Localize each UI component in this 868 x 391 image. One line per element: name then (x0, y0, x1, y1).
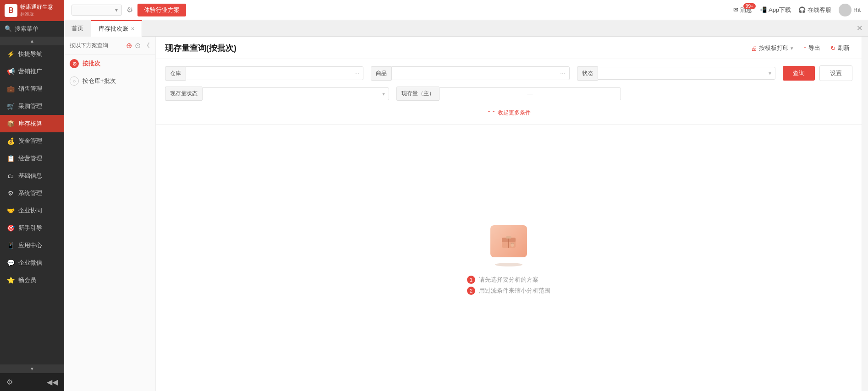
online-service-button[interactable]: 🎧 在线客服 (798, 6, 831, 14)
warehouse-filter-input[interactable]: ··· (186, 66, 363, 80)
sidebar-item-newbie[interactable]: 🎯 新手引导 (0, 219, 64, 237)
sidebar-item-label: 应用中心 (18, 241, 42, 250)
chevron-up-icon: ⌃⌃ (487, 110, 496, 116)
sidebar-item-inventory[interactable]: 📦 库存核算 (0, 115, 64, 132)
inventory-status-select[interactable]: ▾ (202, 87, 389, 100)
sidebar-item-member[interactable]: ⭐ 畅会员 (0, 272, 64, 289)
sidebar-item-marketing[interactable]: 📢 营销推广 (0, 63, 64, 80)
panel-header-actions: ⊕ ⊙ 《 (126, 41, 150, 50)
sidebar-scroll-up[interactable]: ▲ (0, 37, 64, 45)
goods-filter-label: 商品 (371, 66, 391, 81)
tab-close-icon[interactable]: × (131, 26, 134, 32)
status-filter-input[interactable]: ▾ (598, 67, 775, 80)
main-area: ▾ ⚙ 体验行业方案 ✉ 消息 99+ 📲 App下载 🎧 在线客服 Rit (64, 0, 868, 391)
filter-action-btns: 查询 设置 (783, 65, 852, 81)
home-tab-label: 首页 (71, 24, 83, 33)
box-svg (500, 232, 518, 250)
tip-text-2: 用过滤条件来缩小分析范围 (479, 287, 550, 295)
inventory-status-label: 现存量状态 (165, 87, 202, 101)
sidebar-item-purchase[interactable]: 🛒 采购管理 (0, 98, 64, 115)
scheme-warehouse-batch-icon: ○ (70, 76, 79, 86)
topbar-right: ✉ 消息 99+ 📲 App下载 🎧 在线客服 Rit (733, 4, 861, 16)
sidebar-item-sales[interactable]: 💼 销售管理 (0, 80, 64, 98)
print-button[interactable]: 🖨 按模板打印 ▾ (748, 42, 796, 54)
collapse-more-btn[interactable]: ⌃⌃ 收起更多条件 (165, 106, 852, 119)
status-dropdown-icon[interactable]: ▾ (769, 70, 771, 76)
sidebar-item-operations[interactable]: 📋 经营管理 (0, 150, 64, 167)
tab-inventory-batch[interactable]: 库存批次账 × (91, 20, 142, 37)
quick-nav-icon: ⚡ (6, 50, 15, 58)
marketing-icon: 📢 (6, 67, 15, 76)
refresh-icon: ↻ (830, 44, 836, 52)
tabs-end: ✕ (857, 24, 868, 33)
goods-more-icon[interactable]: ··· (560, 70, 566, 77)
filter-panel-header: 按以下方案查询 ⊕ ⊙ 《 (64, 37, 155, 55)
query-button[interactable]: 查询 (783, 66, 815, 81)
app-download-icon: 📲 (759, 6, 767, 13)
messages-button[interactable]: ✉ 消息 99+ (733, 6, 752, 14)
filter-status: 状态 ▾ (577, 66, 775, 81)
search-box[interactable]: ▾ (71, 5, 122, 16)
sidebar-item-system[interactable]: ⚙ 系统管理 (0, 185, 64, 202)
goods-filter-input[interactable]: ··· (391, 66, 569, 80)
filter-row-2: 现存量状态 ▾ 现存量（主） — (165, 87, 852, 101)
topbar: ▾ ⚙ 体验行业方案 ✉ 消息 99+ 📲 App下载 🎧 在线客服 Rit (64, 0, 868, 20)
scheme-item-batch[interactable]: ⊙ 按批次 (64, 55, 155, 72)
experience-button[interactable]: 体验行业方案 (137, 4, 186, 16)
topbar-settings-icon[interactable]: ⚙ (126, 5, 133, 14)
scheme-item-warehouse-batch[interactable]: ○ 按仓库+批次 (64, 72, 155, 90)
sidebar-item-basic[interactable]: 🗂 基础信息 (0, 167, 64, 185)
content-area: 按以下方案查询 ⊕ ⊙ 《 ⊙ 按批次 ○ 按仓库+批次 现存量查询(按批次) (64, 37, 868, 391)
sidebar-search[interactable]: 🔍 搜索菜单 (0, 21, 64, 37)
sidebar-item-label: 基础信息 (18, 172, 42, 180)
inventory-status-dropdown-icon[interactable]: ▾ (382, 91, 385, 97)
sidebar-header: B 畅康通好生意 标准版 (0, 0, 64, 21)
sidebar-item-label: 采购管理 (18, 102, 42, 110)
sidebar-item-label: 销售管理 (18, 85, 42, 93)
page-header: 现存量查询(按批次) 🖨 按模板打印 ▾ ↑ 导出 ↻ 刷新 (156, 37, 862, 59)
settings-button[interactable]: 设置 (819, 65, 852, 81)
sidebar-item-wechat[interactable]: 💬 企业微信 (0, 254, 64, 272)
panel-collapse-icon[interactable]: 《 (143, 42, 150, 50)
print-icon: 🖨 (751, 44, 757, 52)
filter-goods: 商品 ··· (371, 66, 569, 81)
sidebar-item-enterprise[interactable]: 🤝 企业协同 (0, 202, 64, 219)
sidebar-item-quick-nav[interactable]: ⚡ 快捷导航 (0, 45, 64, 63)
scheme-warehouse-batch-label: 按仓库+批次 (82, 77, 116, 85)
user-avatar-area[interactable]: Rit (839, 4, 861, 16)
export-button[interactable]: ↑ 导出 (801, 42, 823, 54)
sales-icon: 💼 (6, 85, 15, 93)
sidebar-item-appstore[interactable]: 📱 应用中心 (0, 237, 64, 254)
avatar (839, 4, 852, 16)
search-input[interactable] (76, 7, 112, 13)
filter-area: 仓库 ··· 商品 ··· 状态 (156, 59, 862, 125)
collapse-sidebar-icon[interactable]: ◀◀ (47, 378, 58, 386)
inventory-qty-range[interactable]: — (439, 87, 621, 100)
newbie-icon: 🎯 (6, 224, 15, 232)
tab-home[interactable]: 首页 (64, 20, 91, 37)
warehouse-more-icon[interactable]: ··· (354, 70, 360, 77)
sidebar-scroll-down[interactable]: ▼ (0, 364, 64, 373)
sidebar-search-label: 搜索菜单 (15, 25, 38, 33)
filter-inventory-status: 现存量状态 ▾ (165, 87, 389, 101)
sidebar-item-finance[interactable]: 💰 资金管理 (0, 132, 64, 150)
app-company: 畅康通好生意 (20, 4, 53, 11)
app-download-button[interactable]: 📲 App下载 (759, 6, 791, 14)
tip-text-1: 请先选择要分析的方案 (479, 276, 538, 284)
right-scrollbar[interactable] (862, 37, 868, 391)
print-dropdown-icon[interactable]: ▾ (791, 45, 793, 51)
sidebar-item-label: 营销推广 (18, 67, 42, 76)
add-scheme-icon[interactable]: ⊕ (126, 41, 132, 50)
empty-tip-2: 2 用过滤条件来缩小分析范围 (467, 287, 550, 295)
sidebar-item-label: 企业微信 (18, 259, 42, 267)
basic-icon: 🗂 (6, 172, 15, 180)
settings-footer-icon[interactable]: ⚙ (6, 378, 13, 386)
scheme-settings-icon[interactable]: ⊙ (135, 41, 141, 50)
sidebar-item-label: 库存核算 (18, 119, 42, 128)
print-label: 按模板打印 (759, 44, 789, 52)
empty-box-icon (490, 225, 527, 257)
status-filter-label: 状态 (577, 66, 598, 81)
tabs-close-all-icon[interactable]: ✕ (857, 24, 863, 33)
refresh-button[interactable]: ↻ 刷新 (828, 42, 852, 54)
search-dropdown-icon[interactable]: ▾ (115, 7, 118, 13)
